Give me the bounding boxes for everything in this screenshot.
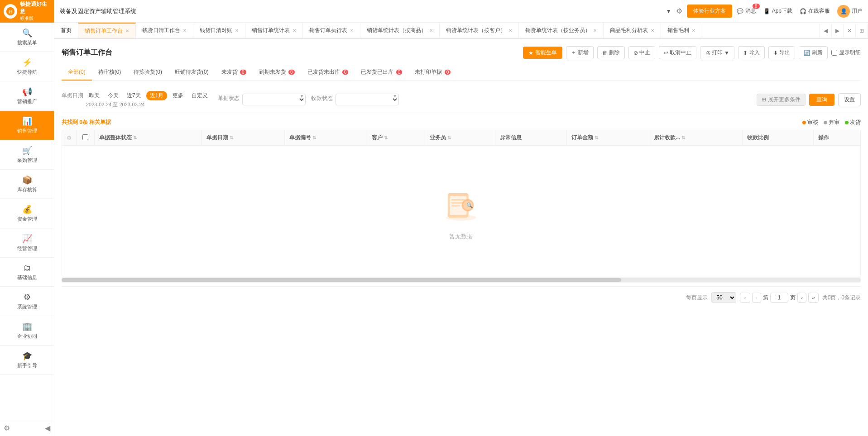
sidebar-item-basic[interactable]: 🗂 基础信息: [0, 258, 54, 287]
refresh-button[interactable]: 🔄 刷新: [799, 46, 828, 59]
tab-cash-reconcile[interactable]: 钱货日清对账 ✕: [193, 23, 245, 38]
amount-sort[interactable]: 订单金额 ⇅: [571, 134, 645, 142]
tabs-expand-icon[interactable]: ⊞: [856, 24, 868, 38]
setting-button[interactable]: 设置: [838, 93, 861, 106]
cancel-stop-button[interactable]: ↩ 取消中止: [659, 46, 696, 59]
date-btn-7days[interactable]: 近7天: [124, 91, 144, 100]
next-page-btn[interactable]: ›: [797, 293, 806, 303]
select-all-checkbox[interactable]: [82, 134, 88, 140]
tab-cargo-customer[interactable]: 销货单统计表（按客户） ✕: [440, 23, 519, 38]
sub-tab-shipped-not-out[interactable]: 已发货未出库 0: [301, 65, 355, 81]
add-button[interactable]: ＋ 新增: [566, 46, 594, 59]
filter-collection-select[interactable]: [336, 94, 399, 105]
tab-cargo-staff-close[interactable]: ✕: [593, 28, 597, 33]
collected-sort[interactable]: 累计收款... ⇅: [654, 134, 737, 142]
tab-cash-daily[interactable]: 钱货日清工作台 ✕: [136, 23, 193, 38]
tab-sales-stats-close[interactable]: ✕: [293, 28, 296, 33]
tab-sales-workbench[interactable]: 销售订单工作台 ✕: [78, 23, 136, 38]
sidebar-item-purchase[interactable]: 🛒 采购管理: [0, 140, 54, 170]
expand-more-conditions-button[interactable]: ⊞ 展开更多条件: [757, 94, 806, 106]
sidebar-item-inventory[interactable]: 📦 库存核算: [0, 170, 54, 199]
sidebar-item-quicknav[interactable]: ⚡ 快捷导航: [0, 52, 54, 81]
number-sort[interactable]: 单据编号 ⇅: [289, 134, 363, 142]
stop-button[interactable]: ⊘ 中止: [628, 46, 655, 59]
date-btn-more[interactable]: 更多: [170, 91, 186, 100]
scroll-bar-thumb[interactable]: [62, 278, 621, 282]
tab-cargo-customer-close[interactable]: ✕: [508, 28, 512, 33]
tab-margin[interactable]: 商品毛利分析表 ✕: [604, 23, 661, 38]
page-size-select[interactable]: 10 20 50 100: [711, 292, 736, 303]
online-support-action[interactable]: 🎧 在线客服: [800, 7, 830, 15]
staff-sort[interactable]: 业务员 ⇅: [430, 134, 490, 142]
tab-gross[interactable]: 销售毛利 ✕: [661, 23, 702, 38]
topbar-gear-icon[interactable]: ⚙: [676, 7, 682, 15]
sub-tab-expired-not-shipped[interactable]: 到期未发货 0: [253, 65, 301, 81]
status-sort[interactable]: 单据整体状态 ⇅: [99, 134, 197, 142]
cancel-action[interactable]: 弃审: [824, 118, 839, 126]
sub-tab-all[interactable]: 全部(0): [62, 65, 92, 81]
tab-margin-close[interactable]: ✕: [651, 28, 654, 33]
date-btn-yesterday[interactable]: 昨天: [86, 91, 102, 100]
audit-action[interactable]: 审核: [802, 118, 818, 126]
tab-cash-daily-close[interactable]: ✕: [183, 28, 187, 33]
sidebar-item-search[interactable]: 🔍 搜索菜单: [0, 23, 54, 52]
settings-icon[interactable]: ⚙: [67, 135, 72, 141]
filter-status-select[interactable]: [242, 94, 306, 105]
col-ratio: 收款比例: [742, 130, 813, 146]
sidebar-item-finance[interactable]: 💰 资金管理: [0, 199, 54, 228]
page-number-input[interactable]: [770, 293, 788, 303]
sidebar-item-operations[interactable]: 📈 经营管理: [0, 228, 54, 258]
tab-home[interactable]: 首页: [54, 23, 78, 38]
last-page-btn[interactable]: »: [808, 293, 819, 303]
collapse-icon[interactable]: ◀: [45, 424, 50, 432]
import-button[interactable]: ⬆ 导入: [738, 46, 765, 59]
ship-action[interactable]: 发货: [845, 118, 861, 126]
tab-sales-workbench-close[interactable]: ✕: [125, 28, 129, 33]
system-title-dropdown[interactable]: ▼: [666, 8, 671, 14]
tabs-close-all-icon[interactable]: ✕: [844, 24, 856, 38]
scroll-bar-track[interactable]: [62, 278, 861, 282]
sub-tab-shipped-out[interactable]: 已发货已出库 0: [355, 65, 408, 81]
sub-tab-pending-inspect[interactable]: 待拣验货(0): [127, 65, 168, 81]
prev-page-btn[interactable]: ‹: [752, 293, 761, 303]
tabs-prev-icon[interactable]: ◀: [820, 24, 832, 38]
delete-button[interactable]: 🗑 删除: [597, 46, 625, 59]
app-download-action[interactable]: 📱 App下载: [763, 7, 792, 15]
tab-cargo-product-close[interactable]: ✕: [429, 28, 433, 33]
date-btn-custom[interactable]: 自定义: [189, 91, 211, 100]
sub-tab-not-printed[interactable]: 未打印单据 0: [408, 65, 457, 81]
customer-sort[interactable]: 客户 ⇅: [372, 134, 420, 142]
tab-sales-exec-close[interactable]: ✕: [350, 28, 354, 33]
sub-tab-not-shipped[interactable]: 未发货 0: [215, 65, 253, 81]
tab-cargo-product[interactable]: 销货单统计表（按商品） ✕: [360, 23, 440, 38]
sub-tab-wangpu[interactable]: 旺铺待发货(0): [168, 65, 215, 81]
sub-tab-pending[interactable]: 待审核(0): [92, 65, 128, 81]
export-button[interactable]: ⬇ 导出: [768, 46, 795, 59]
date-btn-1month[interactable]: 近1月: [146, 91, 168, 100]
date-sort[interactable]: 单据日期 ⇅: [206, 134, 280, 142]
tab-gross-close[interactable]: ✕: [692, 28, 695, 33]
print-button[interactable]: 🖨 打印 ▼: [700, 46, 734, 59]
query-button[interactable]: 查询: [809, 94, 834, 106]
settings-bottom-icon[interactable]: ⚙: [4, 424, 10, 432]
first-page-btn[interactable]: «: [740, 293, 750, 303]
col-checkbox[interactable]: [77, 130, 95, 146]
tabs-next-icon[interactable]: ▶: [832, 24, 844, 38]
date-btn-today[interactable]: 今天: [105, 91, 121, 100]
sidebar-item-marketing[interactable]: 📢 营销推广: [0, 81, 54, 111]
tab-cargo-staff[interactable]: 销货单统计表（按业务员） ✕: [519, 23, 604, 38]
industry-solution-button[interactable]: 体验行业方案: [687, 5, 732, 18]
tab-sales-stats[interactable]: 销售订单统计表 ✕: [245, 23, 303, 38]
show-detail-checkbox[interactable]: 显示明细: [831, 49, 861, 57]
show-detail-input[interactable]: [831, 50, 837, 56]
user-action[interactable]: 👤 用户: [837, 5, 863, 18]
not-shipped-badge: 0: [240, 70, 246, 75]
tab-sales-exec[interactable]: 销售订单执行表 ✕: [303, 23, 360, 38]
messages-action[interactable]: 💬 消息 6: [737, 7, 756, 15]
tab-cash-reconcile-close[interactable]: ✕: [235, 28, 239, 33]
sidebar-item-guide[interactable]: 🎓 新手引导: [0, 346, 54, 375]
sidebar-item-sales[interactable]: 📊 销售管理: [0, 111, 54, 140]
sidebar-item-system[interactable]: ⚙ 系统管理: [0, 287, 54, 316]
sidebar-item-enterprise[interactable]: 🏢 企业协同: [0, 316, 54, 346]
smart-create-button[interactable]: ★ 智能生单: [523, 47, 562, 59]
